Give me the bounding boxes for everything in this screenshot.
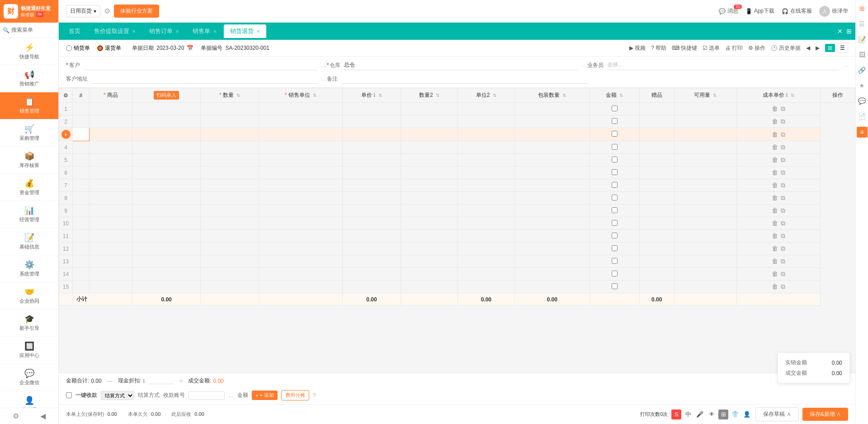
row-9-copy-btn[interactable]: ⧉ <box>781 207 785 214</box>
video-btn[interactable]: ▶ 视频 <box>629 44 646 52</box>
gift-checkbox-12[interactable] <box>612 245 618 251</box>
tab-price-settings[interactable]: 售价提取设置 ✕ <box>88 24 142 38</box>
calc-method-select[interactable]: 结算方式 <box>101 391 134 400</box>
account-input[interactable] <box>189 391 225 400</box>
trial-button[interactable]: 体验行业方案 <box>114 5 159 18</box>
row-8-delete-btn[interactable]: 🗑 <box>772 194 778 202</box>
sidebar-item-wechat[interactable]: 💬 企业微信 <box>0 364 58 391</box>
row-10-copy-btn[interactable]: ⧉ <box>781 219 785 227</box>
save-new-btn[interactable]: 保存&新增 ∧ <box>802 408 848 421</box>
scan-input-btn[interactable]: 扫码录入 <box>154 91 179 100</box>
close-tab-sales-bill[interactable]: ✕ <box>213 29 217 34</box>
add-row-btn[interactable]: + <box>61 130 71 139</box>
row-9-delete-btn[interactable]: 🗑 <box>772 207 778 214</box>
cost-sort-icon[interactable]: ⇅ <box>791 93 794 98</box>
gift-checkbox-7[interactable] <box>612 182 618 188</box>
address-picker-btn[interactable]: … <box>321 76 327 82</box>
row-4-copy-btn[interactable]: ⧉ <box>781 143 785 151</box>
close-tab-price-settings[interactable]: ✕ <box>132 29 136 34</box>
row-1-copy-btn[interactable]: ⧉ <box>781 105 785 113</box>
address-input[interactable] <box>91 74 318 84</box>
row-14-copy-btn[interactable]: ⧉ <box>781 270 785 278</box>
icon-eye[interactable]: 👁 <box>707 410 717 419</box>
row-2-delete-btn[interactable]: 🗑 <box>772 118 778 125</box>
close-tab-sales-return[interactable]: ✕ <box>256 29 260 34</box>
icon-person[interactable]: 👤 <box>742 410 752 419</box>
gift-checkbox-6[interactable] <box>612 169 618 175</box>
sales-unit-sort-icon[interactable]: ⇅ <box>313 93 316 98</box>
gift-checkbox-10[interactable] <box>612 220 618 226</box>
row-3-copy-btn[interactable]: ⧉ <box>781 131 785 138</box>
warehouse-picker-btn[interactable]: … <box>582 62 587 68</box>
row-5-delete-btn[interactable]: 🗑 <box>772 156 778 164</box>
customer-input[interactable] <box>84 60 318 70</box>
radio-input-return[interactable] <box>97 45 103 51</box>
row-2-copy-btn[interactable]: ⧉ <box>781 118 785 125</box>
add-expense-btn[interactable]: + + 添加 <box>252 391 278 400</box>
radio-sales-bill[interactable]: 销货单 <box>66 44 90 52</box>
gift-checkbox-1[interactable] <box>612 105 618 111</box>
operate-btn[interactable]: ⚙ 操作 <box>748 44 765 52</box>
tab-sales-bill[interactable]: 销售单 ✕ <box>186 24 223 38</box>
app-download-btn[interactable]: 📱 App下载 <box>745 7 774 15</box>
sidebar-item-marketing[interactable]: 📢 营销推广 <box>0 65 58 92</box>
calendar-icon[interactable]: 📅 <box>187 45 193 51</box>
right-sidebar-orange-btn[interactable]: ≡ <box>857 127 868 138</box>
list-view-btn[interactable]: ☰ <box>837 43 848 52</box>
right-sidebar-list-icon[interactable]: ☰ <box>857 19 867 29</box>
row-1-unit-price[interactable] <box>259 103 343 115</box>
remarks-input[interactable] <box>341 74 588 84</box>
unit-price-sort-icon[interactable]: ⇅ <box>378 93 382 98</box>
sidebar-item-shortcuts[interactable]: ⚡ 快捷导航 <box>0 38 58 65</box>
row-1-amount[interactable] <box>514 103 590 115</box>
tab-sales-return[interactable]: 销货退货 ✕ <box>224 24 266 38</box>
customer-picker-btn[interactable]: … <box>321 62 327 68</box>
row-13-delete-btn[interactable]: 🗑 <box>772 257 778 265</box>
row-3-delete-btn[interactable]: 🗑 <box>772 131 778 138</box>
prev-btn[interactable]: ◀ <box>806 45 810 51</box>
gift-checkbox-11[interactable] <box>612 233 618 238</box>
warehouse-input[interactable]: 总仓 <box>344 60 578 70</box>
icon-mic[interactable]: 🎤 <box>695 410 705 419</box>
right-sidebar-grid-icon[interactable]: ⊞ <box>857 4 867 14</box>
amount-sort-icon[interactable]: ⇅ <box>619 93 623 98</box>
row-1-gift[interactable] <box>590 103 639 115</box>
row-1-unit2[interactable] <box>401 103 458 115</box>
unit2-sort-icon[interactable]: ⇅ <box>493 93 496 98</box>
collapse-sidebar-btn[interactable]: ◀ <box>40 412 46 420</box>
row-15-delete-btn[interactable]: 🗑 <box>772 283 778 291</box>
icon-s[interactable]: S <box>671 410 681 419</box>
radio-return-bill[interactable]: 退货单 <box>97 44 121 52</box>
right-sidebar-star-icon[interactable]: ★ <box>857 81 867 91</box>
sidebar-item-cooperation[interactable]: 🤝 企业协同 <box>0 282 58 310</box>
right-sidebar-chat-icon[interactable]: 💬 <box>857 96 867 106</box>
row-5-copy-btn[interactable]: ⧉ <box>781 156 785 164</box>
row-7-copy-btn[interactable]: ⧉ <box>781 181 785 189</box>
settings-bottom-btn[interactable]: ⚙ <box>13 412 19 420</box>
radio-input-sales[interactable] <box>66 45 72 51</box>
sidebar-item-basic[interactable]: 📝 基础信息 <box>0 228 58 255</box>
row-8-copy-btn[interactable]: ⧉ <box>781 194 785 202</box>
salesperson-input[interactable]: 选择... <box>607 60 839 70</box>
expense-split-btn[interactable]: 费用分摊 <box>281 390 309 400</box>
sidebar-item-operations[interactable]: 📊 经营管理 <box>0 201 58 228</box>
sidebar-item-purchase[interactable]: 🛒 采购管理 <box>0 119 58 147</box>
user-info[interactable]: 人 徐泽华 <box>819 6 848 17</box>
save-draft-btn[interactable]: 保存草稿 ∧ <box>755 407 798 421</box>
gift-checkbox-2[interactable] <box>612 118 618 124</box>
pack-sort-icon[interactable]: ⇅ <box>562 93 566 98</box>
print-btn[interactable]: 🖨 打印 <box>725 44 743 52</box>
available-sort-icon[interactable]: ⇅ <box>713 93 717 98</box>
cash-discount-input[interactable] <box>147 377 174 384</box>
row-13-copy-btn[interactable]: ⧉ <box>781 257 785 265</box>
select-btn[interactable]: ☑ 选单 <box>703 44 720 52</box>
tab-home[interactable]: 首页 <box>62 24 87 38</box>
messages-btn[interactable]: 💬 消息 70 <box>719 7 738 15</box>
row-1-quantity[interactable] <box>132 103 200 115</box>
right-sidebar-image-icon[interactable]: 🖼 <box>857 50 867 60</box>
right-sidebar-link-icon[interactable]: 🔗 <box>857 65 867 75</box>
gear-settings-icon[interactable]: ⚙ <box>104 7 110 15</box>
search-menu-item[interactable]: 🔍 搜索菜单 <box>0 23 58 38</box>
sidebar-item-newbie[interactable]: 🎓 新手引导 <box>0 310 58 337</box>
qty2-sort-icon[interactable]: ⇅ <box>436 93 439 98</box>
